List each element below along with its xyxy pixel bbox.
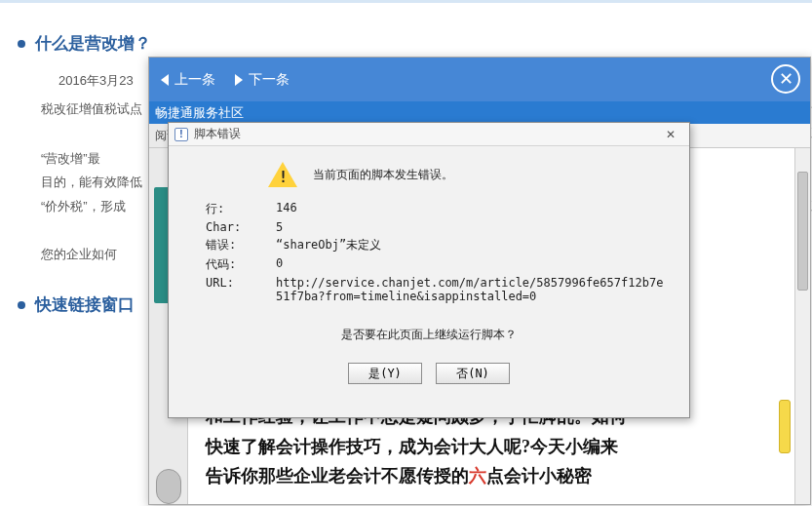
dialog-heading-row: 当前页面的脚本发生错误。 xyxy=(268,162,668,187)
row-error-label: 错误: xyxy=(206,237,276,253)
bullet-dot-icon xyxy=(18,40,25,48)
row-char-label: Char: xyxy=(206,220,276,234)
heading-2: 快速链接窗口 xyxy=(35,293,135,316)
site-title: 畅捷通服务社区 xyxy=(155,105,244,120)
close-icon: ✕ xyxy=(779,68,793,90)
continue-question: 是否要在此页面上继续运行脚本？ xyxy=(190,327,668,343)
bullet-dot-icon xyxy=(18,301,25,309)
vertical-scrollbar[interactable] xyxy=(794,148,810,504)
dialog-title-bar: ! 脚本错误 ✕ xyxy=(169,123,689,146)
next-label: 下一条 xyxy=(249,71,290,89)
row-line-value: 146 xyxy=(276,201,668,217)
article-line-3: 告诉你那些企业老会计不愿传授的六点会计小秘密 xyxy=(206,461,777,491)
prev-article-button[interactable]: 上一条 xyxy=(161,71,215,89)
chevron-left-icon xyxy=(161,74,169,86)
row-error-value: “shareObj”未定义 xyxy=(276,237,668,253)
yellow-side-tab[interactable] xyxy=(779,400,791,453)
row-code-label: 代码: xyxy=(206,256,276,273)
row-char-value: 5 xyxy=(276,220,668,234)
article-line-3-red: 六 xyxy=(469,466,486,486)
row-url-value: http://service.chanjet.com/m/article/585… xyxy=(276,276,668,303)
dialog-close-button[interactable]: ✕ xyxy=(656,126,685,142)
dialog-button-row: 是(Y) 否(N) xyxy=(190,363,668,384)
close-modal-button[interactable]: ✕ xyxy=(771,64,800,94)
no-button[interactable]: 否(N) xyxy=(436,363,510,384)
row-url-label: URL: xyxy=(206,276,276,303)
site-title-bar: 畅捷通服务社区 xyxy=(149,101,810,124)
next-article-button[interactable]: 下一条 xyxy=(235,71,290,89)
dialog-body: 当前页面的脚本发生错误。 行: 146 Char: 5 错误: “shareOb… xyxy=(169,146,689,417)
chevron-right-icon xyxy=(235,74,243,86)
row-code-value: 0 xyxy=(276,256,668,273)
dialog-title-text: 脚本错误 xyxy=(194,126,241,142)
heading-1: 什么是营改增？ xyxy=(35,32,151,55)
prev-label: 上一条 xyxy=(174,71,215,89)
yes-button[interactable]: 是(Y) xyxy=(348,363,422,384)
warning-triangle-icon xyxy=(268,162,297,187)
dialog-heading: 当前页面的脚本发生错误。 xyxy=(313,167,453,183)
modal-nav-bar: 上一条 下一条 ✕ xyxy=(149,58,810,101)
article-line-2: 快速了解会计操作技巧，成为会计大人呢?今天小编来 xyxy=(206,432,777,462)
article-line-3b: 点会计小秘密 xyxy=(486,466,592,486)
script-error-title-icon: ! xyxy=(174,128,188,141)
gray-capsule-icon xyxy=(156,469,181,504)
script-error-dialog: ! 脚本错误 ✕ 当前页面的脚本发生错误。 行: 146 Char: 5 错误:… xyxy=(168,122,690,418)
close-icon: ✕ xyxy=(666,128,676,141)
bullet-item-1: 什么是营改增？ xyxy=(18,32,812,55)
error-details-table: 行: 146 Char: 5 错误: “shareObj”未定义 代码: 0 U… xyxy=(206,201,668,303)
row-line-label: 行: xyxy=(206,201,276,217)
article-line-3a: 告诉你那些企业老会计不愿传授的 xyxy=(206,466,469,486)
